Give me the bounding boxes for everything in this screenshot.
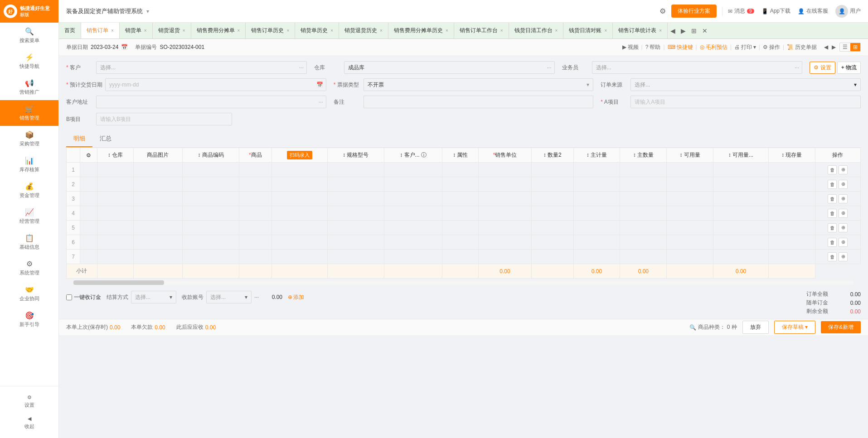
sidebar-collapse[interactable]: ◀ 收起 — [0, 412, 58, 433]
cell-4-8[interactable] — [442, 206, 479, 221]
cell-1-1[interactable] — [97, 163, 133, 177]
copy-row-3[interactable]: ⊕ — [839, 194, 848, 203]
cell-6-14[interactable] — [713, 235, 769, 250]
cell-5-11[interactable] — [573, 221, 620, 235]
add-button[interactable]: ⊕ 添加 — [288, 294, 304, 301]
cell-3-13[interactable] — [667, 192, 713, 206]
tab-12[interactable]: 销售订单统计表× — [613, 23, 668, 39]
delete-row-4[interactable]: 🗑 — [828, 209, 837, 218]
payment-method-select[interactable]: 选择... ▾ — [131, 291, 176, 303]
cell-2-10[interactable] — [531, 177, 573, 192]
cell-6-7[interactable] — [384, 235, 442, 250]
tab-close-3[interactable]: × — [183, 28, 185, 33]
tab-3[interactable]: 销货退货× — [153, 23, 191, 39]
cell-4-4[interactable] — [239, 206, 272, 221]
cell-2-8[interactable] — [442, 177, 479, 192]
cell-6-15[interactable] — [768, 235, 815, 250]
cell-3-14[interactable] — [713, 192, 769, 206]
delete-row-2[interactable]: 🗑 — [828, 180, 837, 189]
cell-1-4[interactable] — [239, 163, 272, 177]
cell-1-12[interactable] — [620, 163, 667, 177]
sidebar-item-6[interactable]: 💰资金管理 — [0, 178, 58, 203]
sidebar-item-9[interactable]: ⚙系统管理 — [0, 255, 58, 281]
cell-5-4[interactable] — [239, 221, 272, 235]
sidebar-item-7[interactable]: 📈经营管理 — [0, 203, 58, 229]
th-available1[interactable]: ↕ 可用量 — [667, 148, 713, 163]
th-main-qty[interactable]: ↕ 主数量 — [620, 148, 667, 163]
cell-1-14[interactable] — [713, 163, 769, 177]
cell-7-11[interactable] — [573, 250, 620, 264]
cell-5-7[interactable] — [384, 221, 442, 235]
tab-10[interactable]: 钱货日清工作台× — [509, 23, 564, 39]
cell-2-11[interactable] — [573, 177, 620, 192]
cell-7-4[interactable] — [239, 250, 272, 264]
industry-solution-button[interactable]: 体验行业方案 — [671, 5, 717, 18]
a-project-input[interactable]: 请输入A项目 — [630, 96, 861, 108]
sidebar-settings[interactable]: ⚙ 设置 — [0, 391, 58, 412]
cell-2-12[interactable] — [620, 177, 667, 192]
cell-2-3[interactable] — [182, 177, 239, 192]
th-code[interactable]: ↕ 商品编码 — [182, 148, 239, 163]
cell-1-10[interactable] — [531, 163, 573, 177]
cell-1-5[interactable] — [272, 163, 327, 177]
one-click-checkout-checkbox[interactable] — [66, 294, 72, 300]
cell-6-3[interactable] — [182, 235, 239, 250]
cell-6-13[interactable] — [667, 235, 713, 250]
cell-6-9[interactable] — [479, 235, 532, 250]
cell-1-3[interactable] — [182, 163, 239, 177]
cell-4-1[interactable] — [97, 206, 133, 221]
th-main-unit[interactable]: ↕ 主计量 — [573, 148, 620, 163]
cell-4-11[interactable] — [573, 206, 620, 221]
cell-3-12[interactable] — [620, 192, 667, 206]
delete-row-6[interactable]: 🗑 — [828, 238, 837, 247]
tab-close-10[interactable]: × — [555, 28, 558, 33]
user-menu-button[interactable]: 👤 用户 — [835, 5, 861, 18]
copy-row-7[interactable]: ⊕ — [839, 252, 848, 261]
copy-row-4[interactable]: ⊕ — [839, 209, 848, 218]
tab-8[interactable]: 销售费用分摊单历史× — [388, 23, 454, 39]
nav-prev[interactable]: ◀ — [824, 44, 828, 50]
cell-2-7[interactable] — [384, 177, 442, 192]
cell-3-1[interactable] — [97, 192, 133, 206]
cell-2-13[interactable] — [667, 177, 713, 192]
account-select[interactable]: 选择... ▾ — [206, 291, 252, 303]
online-support-button[interactable]: 👤 在线客服 — [798, 7, 828, 15]
history-action[interactable]: 📜 历史单据 — [787, 43, 817, 51]
address-input[interactable] — [96, 96, 326, 108]
sidebar-item-0[interactable]: 🔍搜索菜单 — [0, 23, 58, 48]
save-new-button[interactable]: 保存&新增 — [821, 321, 861, 333]
cell-6-6[interactable] — [327, 235, 384, 250]
date-value[interactable]: 2023-03-24 — [91, 44, 118, 50]
tab-close-all[interactable]: ✕ — [699, 23, 710, 39]
tab-nav-right[interactable]: ▶ — [678, 23, 689, 39]
cell-6-1[interactable] — [97, 235, 133, 250]
sidebar-item-1[interactable]: ⚡快捷导航 — [0, 48, 58, 74]
th-available2[interactable]: ↕ 可用量... — [713, 148, 769, 163]
operation-action[interactable]: ⚙ 操作 — [763, 43, 780, 51]
delete-row-3[interactable]: 🗑 — [828, 194, 837, 203]
cell-4-6[interactable] — [327, 206, 384, 221]
video-action[interactable]: ▶ 视频 — [622, 43, 639, 51]
save-draft-button[interactable]: 保存草稿 ▾ — [774, 321, 815, 334]
warehouse-input[interactable]: 成品库 — [344, 61, 555, 74]
profit-action[interactable]: ◎ 毛利预估 — [700, 43, 727, 51]
cell-7-13[interactable] — [667, 250, 713, 264]
tab-close-7[interactable]: × — [380, 28, 383, 33]
tab-summary[interactable]: 汇总 — [92, 131, 119, 147]
tab-close-12[interactable]: × — [659, 28, 662, 33]
tab-nav-left[interactable]: ◀ — [668, 23, 678, 39]
sidebar-item-8[interactable]: 📋基础信息 — [0, 229, 58, 255]
cell-3-7[interactable] — [384, 192, 442, 206]
cell-3-10[interactable] — [531, 192, 573, 206]
scan-btn[interactable]: 扫码录入 — [287, 151, 312, 159]
tab-11[interactable]: 钱货日清对账× — [563, 23, 613, 39]
th-settings[interactable]: ⚙ — [80, 148, 97, 163]
shortcut-action[interactable]: ⌨ 快捷键 — [668, 43, 693, 51]
notes-input[interactable] — [364, 96, 594, 108]
cell-6-5[interactable] — [272, 235, 327, 250]
view-grid-btn[interactable]: ⊞ — [850, 43, 860, 51]
tab-close-9[interactable]: × — [500, 28, 503, 33]
cell-7-6[interactable] — [327, 250, 384, 264]
cell-3-3[interactable] — [182, 192, 239, 206]
cell-7-10[interactable] — [531, 250, 573, 264]
